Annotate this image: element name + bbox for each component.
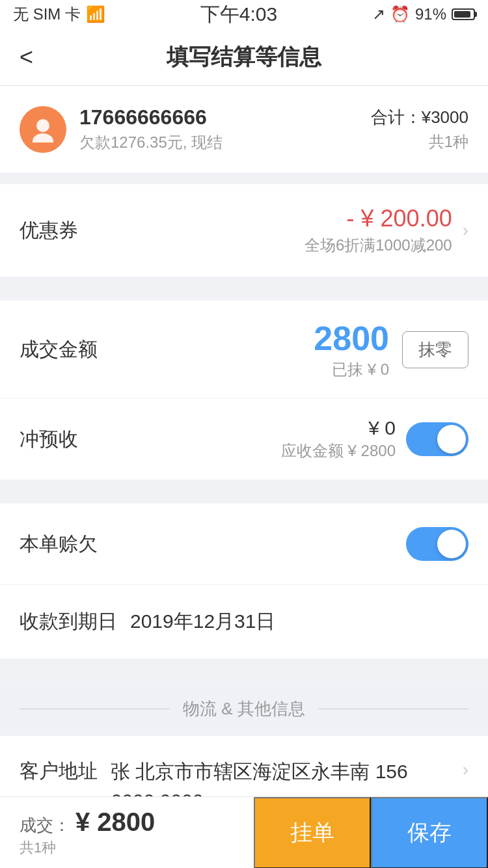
coupon-row[interactable]: 优惠券 - ¥ 200.00 全场6折满1000减200 › xyxy=(0,184,488,277)
customer-debt: 欠款1276.35元, 现结 xyxy=(79,132,223,153)
chong-sub: 应收金额 ¥ 2800 xyxy=(281,441,396,461)
save-button[interactable]: 保存 xyxy=(371,797,488,869)
chong-info: ¥ 0 应收金额 ¥ 2800 xyxy=(281,417,396,461)
amount-right-group: 2800 已抹 ¥ 0 抹零 xyxy=(314,319,468,380)
customer-card: 17666666666 欠款1276.35元, 现结 合计：¥3000 共1种 xyxy=(0,86,488,172)
address-label: 客户地址 xyxy=(20,757,98,785)
location-icon: ↗ xyxy=(372,5,385,23)
total-count: 共1种 xyxy=(371,131,468,152)
coupon-right: - ¥ 200.00 全场6折满1000减200 › xyxy=(305,205,468,256)
address-chevron: › xyxy=(463,757,468,780)
wifi-icon: 📶 xyxy=(86,5,105,23)
due-label: 收款到期日 xyxy=(20,608,117,635)
chong-label: 冲预收 xyxy=(20,426,78,453)
status-left: 无 SIM 卡 📶 xyxy=(13,4,105,25)
section-gap-3 xyxy=(0,658,488,670)
customer-info: 17666666666 欠款1276.35元, 现结 xyxy=(79,105,223,153)
sep-line-left xyxy=(20,709,170,709)
status-right: ↗ ⏰ 91% xyxy=(372,5,475,23)
amount-label: 成交金额 xyxy=(20,336,98,363)
coupon-value-group: - ¥ 200.00 全场6折满1000减200 xyxy=(305,205,452,256)
customer-phone: 17666666666 xyxy=(79,105,223,129)
chong-row: 冲预收 ¥ 0 应收金额 ¥ 2800 xyxy=(0,399,488,480)
address-chevron-icon: › xyxy=(463,759,468,780)
section-gap-2 xyxy=(0,480,488,492)
status-bar: 无 SIM 卡 📶 下午4:03 ↗ ⏰ 91% xyxy=(0,0,488,29)
nav-bar: < 填写结算等信息 xyxy=(0,29,488,86)
bottom-summary-sub: 共1种 xyxy=(20,838,234,858)
back-button[interactable]: < xyxy=(20,37,46,77)
status-time: 下午4:03 xyxy=(200,1,277,28)
page-title: 填写结算等信息 xyxy=(167,42,321,72)
benshe-row: 本单赊欠 xyxy=(0,504,488,584)
round-button[interactable]: 抹零 xyxy=(402,331,468,368)
bottom-summary: 成交： ¥ 2800 共1种 xyxy=(0,807,254,858)
avatar xyxy=(20,106,66,153)
customer-left: 17666666666 欠款1276.35元, 现结 xyxy=(20,105,223,153)
bottom-summary-top: 成交： ¥ 2800 xyxy=(20,807,234,837)
hold-button[interactable]: 挂单 xyxy=(254,797,371,869)
customer-right: 合计：¥3000 共1种 xyxy=(371,106,468,152)
chong-value: ¥ 0 xyxy=(281,417,396,439)
chong-toggle[interactable] xyxy=(406,422,468,456)
amount-row: 成交金额 2800 已抹 ¥ 0 抹零 xyxy=(0,301,488,399)
amount-sub: 已抹 ¥ 0 xyxy=(314,359,389,380)
coupon-label: 优惠券 xyxy=(20,217,78,244)
svg-point-0 xyxy=(36,119,49,132)
battery-percent: 91% xyxy=(415,5,446,23)
coupon-desc: 全场6折满1000减200 xyxy=(305,235,452,256)
benshe-toggle[interactable] xyxy=(406,527,468,561)
sep-line-right xyxy=(318,709,468,709)
total-label: 合计：¥3000 xyxy=(371,106,468,129)
section-gap-1 xyxy=(0,277,488,289)
amount-section: 成交金额 2800 已抹 ¥ 0 抹零 冲预收 ¥ 0 应收金额 ¥ 2800 xyxy=(0,301,488,480)
bottom-bar: 成交： ¥ 2800 共1种 挂单 保存 xyxy=(0,796,488,868)
svg-point-1 xyxy=(33,133,53,142)
logistics-sep-text: 物流 & 其他信息 xyxy=(183,698,305,720)
due-row: 收款到期日 2019年12月31日 xyxy=(0,584,488,658)
amount-value: 2800 xyxy=(314,319,389,357)
due-value: 2019年12月31日 xyxy=(130,608,275,635)
alarm-icon: ⏰ xyxy=(390,5,410,23)
chevron-right-icon: › xyxy=(463,220,468,241)
battery-icon xyxy=(452,8,475,20)
bottom-summary-label: 成交： xyxy=(20,814,70,837)
coupon-value: - ¥ 200.00 xyxy=(305,205,452,232)
amount-sub-info: 2800 已抹 ¥ 0 xyxy=(314,319,389,380)
benshe-label: 本单赊欠 xyxy=(20,531,98,558)
bottom-summary-value: ¥ 2800 xyxy=(75,807,155,837)
logistics-sep: 物流 & 其他信息 xyxy=(0,682,488,736)
chong-right: ¥ 0 应收金额 ¥ 2800 xyxy=(281,417,468,461)
toggle-knob xyxy=(437,425,466,454)
no-sim-text: 无 SIM 卡 xyxy=(13,4,81,25)
benshe-toggle-knob xyxy=(437,530,466,558)
